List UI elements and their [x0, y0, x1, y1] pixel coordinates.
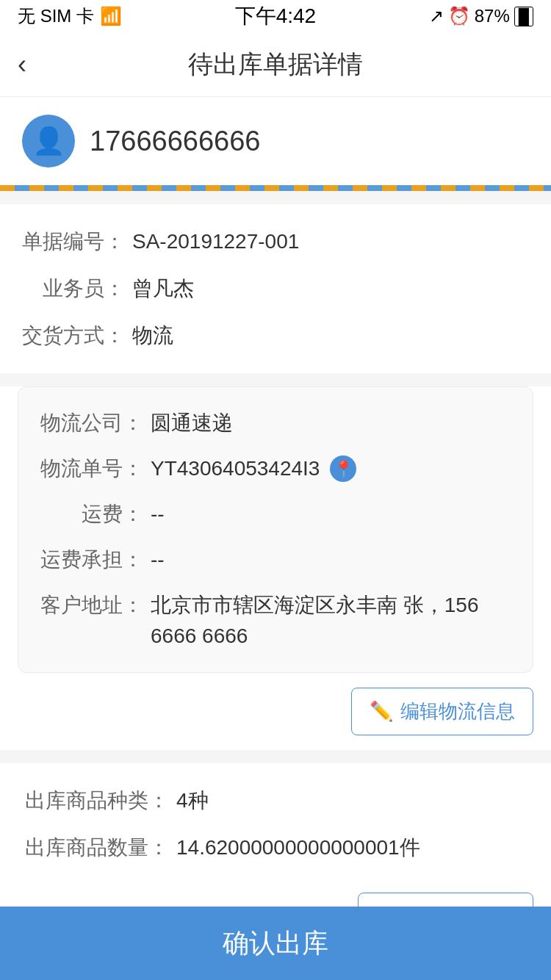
edit-icon: ✏️	[370, 700, 393, 723]
alarm-icon: ⏰	[448, 6, 470, 26]
doc-no-row: 单据编号： SA-20191227-001	[22, 226, 529, 257]
wifi-icon: 📶	[100, 6, 122, 26]
goods-section: 出库商品种类： 4种 出库商品数量： 14.62000000000000001件	[0, 763, 551, 885]
delivery-row: 交货方式： 物流	[22, 320, 529, 351]
edit-logistics-button[interactable]: ✏️ 编辑物流信息	[351, 688, 533, 735]
logistics-tracking-label: 物流单号：	[40, 453, 143, 484]
logistics-address-value: 北京市市辖区海淀区永丰南 张，156 6666 6666	[151, 590, 511, 652]
location-pin-icon[interactable]: 📍	[330, 455, 356, 482]
logistics-freight-value: --	[151, 499, 511, 530]
logistics-address-row: 客户地址： 北京市市辖区海淀区永丰南 张，156 6666 6666	[40, 590, 511, 652]
logistics-tracking-row: 物流单号： YT43064053424I3 📍	[40, 453, 511, 484]
goods-quantity-value: 14.62000000000000001件	[176, 832, 529, 863]
logistics-tracking-value-wrapper: YT43064053424I3 📍	[151, 453, 511, 484]
salesman-value: 曾凡杰	[132, 273, 529, 304]
back-button[interactable]: ‹	[18, 49, 26, 80]
nav-bar: ‹ 待出库单据详情	[0, 32, 551, 97]
logistics-section: 物流公司： 圆通速递 物流单号： YT43064053424I3 📍 运费： -…	[0, 386, 551, 750]
salesman-row: 业务员： 曾凡杰	[22, 273, 529, 304]
edit-btn-wrapper: ✏️ 编辑物流信息	[0, 673, 551, 750]
customer-header: 👤 17666666666	[0, 97, 551, 185]
logistics-company-value: 圆通速递	[151, 408, 511, 439]
status-time: 下午4:42	[235, 2, 317, 30]
basic-info-section: 单据编号： SA-20191227-001 业务员： 曾凡杰 交货方式： 物流	[0, 204, 551, 373]
doc-no-value: SA-20191227-001	[132, 226, 529, 257]
confirm-btn-label: 确认出库	[223, 926, 328, 962]
logistics-freight-row: 运费： --	[40, 499, 511, 530]
logistics-card: 物流公司： 圆通速递 物流单号： YT43064053424I3 📍 运费： -…	[18, 386, 533, 673]
battery-level: 87%	[475, 6, 510, 26]
logistics-freight-bear-value: --	[151, 544, 511, 575]
goods-type-label: 出库商品种类：	[22, 785, 169, 816]
confirm-outbound-button[interactable]: 确认出库	[0, 907, 551, 980]
goods-quantity-label: 出库商品数量：	[22, 832, 169, 863]
carrier-label: 无 SIM 卡	[18, 4, 94, 28]
customer-phone: 17666666666	[90, 126, 260, 157]
logistics-tracking-value: YT43064053424I3	[151, 453, 320, 484]
logistics-address-label: 客户地址：	[40, 590, 143, 621]
avatar-icon: 👤	[32, 126, 65, 156]
goods-quantity-row: 出库商品数量： 14.62000000000000001件	[22, 832, 529, 863]
delivery-value: 物流	[132, 320, 529, 351]
logistics-freight-bear-row: 运费承担： --	[40, 544, 511, 575]
salesman-label: 业务员：	[22, 273, 125, 304]
location-icon: ↗	[429, 6, 444, 26]
logistics-company-label: 物流公司：	[40, 408, 143, 439]
status-bar: 无 SIM 卡 📶 下午4:42 ↗ ⏰ 87% █	[0, 0, 551, 32]
battery-icon: █	[514, 7, 533, 26]
goods-type-row: 出库商品种类： 4种	[22, 785, 529, 816]
goods-type-value: 4种	[176, 785, 529, 816]
status-right: ↗ ⏰ 87% █	[429, 6, 533, 26]
dashed-separator	[0, 185, 551, 191]
avatar: 👤	[22, 115, 75, 167]
doc-no-label: 单据编号：	[22, 226, 125, 257]
logistics-freight-label: 运费：	[40, 499, 143, 530]
logistics-company-row: 物流公司： 圆通速递	[40, 408, 511, 439]
logistics-freight-bear-label: 运费承担：	[40, 544, 143, 575]
delivery-label: 交货方式：	[22, 320, 125, 351]
edit-logistics-label: 编辑物流信息	[400, 699, 515, 724]
status-left: 无 SIM 卡 📶	[18, 4, 122, 28]
page-title: 待出库单据详情	[188, 48, 363, 82]
